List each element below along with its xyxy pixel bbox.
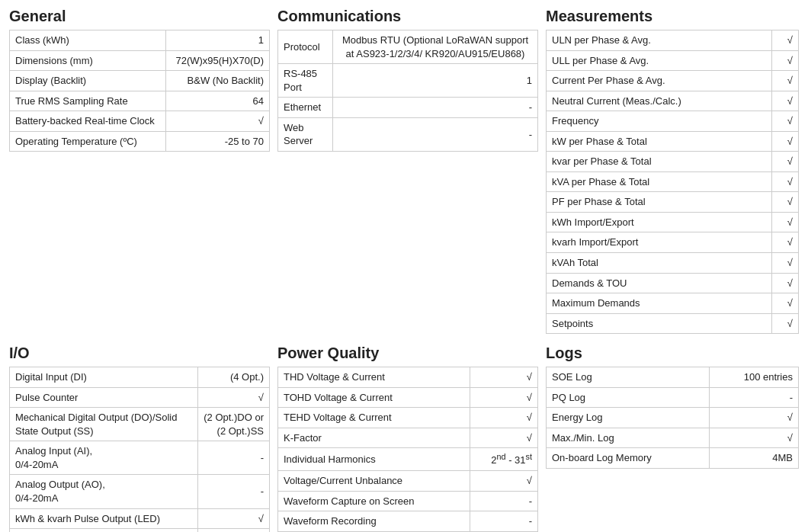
- table-row: TEHD Voltage & Current√: [278, 408, 538, 428]
- table-row: ProtocolModbus RTU (Optional LoRaWAN sup…: [278, 30, 538, 64]
- row-value: √: [771, 131, 798, 152]
- row-label: Analog Output (AO), 0/4-20mA: [10, 475, 198, 508]
- row-value: √: [771, 111, 798, 132]
- io-table: Digital Input (DI)(4 Opt.)Pulse Counter√…: [9, 367, 270, 532]
- row-value: -: [470, 511, 537, 532]
- row-value: √: [771, 212, 798, 232]
- table-row: kW per Phase & Total√: [547, 131, 799, 152]
- row-value: -: [332, 117, 537, 151]
- row-label: Operating Temperature (ºC): [10, 131, 166, 152]
- row-label: kVAh Total: [547, 253, 772, 274]
- io-title: I/O: [9, 345, 270, 362]
- row-value: 2: [198, 529, 270, 532]
- io-section: I/O Digital Input (DI)(4 Opt.)Pulse Coun…: [9, 345, 270, 532]
- row-label: Frequency: [547, 111, 772, 132]
- row-label: PF per Phase & Total: [547, 192, 772, 213]
- communications-title: Communications: [277, 8, 538, 25]
- communications-section: Communications ProtocolModbus RTU (Optio…: [277, 8, 538, 334]
- row-label: True RMS Sampling Rate: [10, 91, 166, 111]
- table-row: Current Per Phase & Avg.√: [547, 71, 799, 91]
- row-label: kvar per Phase & Total: [547, 152, 772, 172]
- table-row: RS-485 Port1: [278, 64, 538, 98]
- row-label: kWh & kvarh Pulse Output: [10, 529, 198, 532]
- table-row: Dimensions (mm)72(W)x95(H)X70(D): [10, 50, 270, 71]
- row-value: √: [771, 293, 798, 314]
- logs-title: Logs: [546, 345, 799, 362]
- row-label: Ethernet: [278, 98, 333, 118]
- row-label: Neutral Current (Meas./Calc.): [547, 91, 772, 111]
- table-row: Operating Temperature (ºC)-25 to 70: [10, 131, 270, 152]
- table-row: kWh Import/Export√: [547, 212, 799, 232]
- power-quality-table: THD Voltage & Current√TOHD Voltage & Cur…: [277, 367, 538, 532]
- row-label: Mechanical Digital Output (DO)/Solid Sta…: [10, 408, 198, 441]
- row-value: -: [470, 491, 537, 511]
- table-row: Mechanical Digital Output (DO)/Solid Sta…: [10, 408, 270, 441]
- row-value: -: [332, 98, 537, 118]
- row-value: 1: [166, 30, 270, 51]
- row-value: √: [470, 428, 537, 448]
- table-row: Analog Output (AO), 0/4-20mA-: [10, 475, 270, 508]
- table-row: kVAh Total√: [547, 253, 799, 274]
- row-label: Voltage/Current Unbalance: [278, 471, 470, 492]
- row-value: (4 Opt.): [198, 367, 270, 388]
- table-row: Waveform Recording-: [278, 511, 538, 532]
- row-value: √: [771, 91, 798, 111]
- row-value: -: [198, 441, 270, 475]
- table-row: TOHD Voltage & Current√: [278, 387, 538, 408]
- row-value: 100 entries: [710, 367, 799, 388]
- row-label: Analog Input (AI), 0/4-20mA: [10, 441, 198, 475]
- protocol-value: Modbus RTU (Optional LoRaWAN support at …: [332, 30, 537, 64]
- measurements-title: Measurements: [546, 8, 799, 25]
- row-value: 1: [332, 64, 537, 98]
- row-value: √: [166, 111, 270, 132]
- table-row: Maximum Demands√: [547, 293, 799, 314]
- row-value: √: [771, 171, 798, 192]
- table-row: kVA per Phase & Total√: [547, 171, 799, 192]
- table-row: kvarh Import/Export√: [547, 232, 799, 253]
- table-row: Digital Input (DI)(4 Opt.): [10, 367, 270, 388]
- table-row: THD Voltage & Current√: [278, 367, 538, 388]
- row-value: √: [771, 30, 798, 51]
- row-value: √: [771, 192, 798, 213]
- row-label: Energy Log: [547, 408, 710, 428]
- table-row: Analog Input (AI), 0/4-20mA-: [10, 441, 270, 475]
- measurements-section: Measurements ULN per Phase & Avg.√ULL pe…: [546, 8, 799, 334]
- row-label: Maximum Demands: [547, 293, 772, 314]
- table-row: Setpoints√: [547, 313, 799, 334]
- row-label: On-board Log Memory: [547, 448, 710, 469]
- row-value: √: [771, 152, 798, 172]
- row-value: √: [470, 367, 537, 388]
- row-value: B&W (No Backlit): [166, 71, 270, 91]
- row-label: Waveform Recording: [278, 511, 470, 532]
- table-row: Individual Harmonics2nd - 31st: [278, 448, 538, 471]
- table-row: Web Server-: [278, 117, 538, 151]
- table-row: Battery-backed Real-time Clock√: [10, 111, 270, 132]
- row-value: 72(W)x95(H)X70(D): [166, 50, 270, 71]
- row-value: √: [771, 71, 798, 91]
- row-value: -25 to 70: [166, 131, 270, 152]
- row-value: √: [710, 428, 799, 448]
- general-table: Class (kWh)1Dimensions (mm)72(W)x95(H)X7…: [9, 30, 270, 152]
- table-row: Voltage/Current Unbalance√: [278, 471, 538, 492]
- row-value: √: [771, 273, 798, 293]
- table-row: Ethernet-: [278, 98, 538, 118]
- table-row: Class (kWh)1: [10, 30, 270, 51]
- general-title: General: [9, 8, 270, 25]
- table-row: kvar per Phase & Total√: [547, 152, 799, 172]
- row-label: kWh Import/Export: [547, 212, 772, 232]
- table-row: Pulse Counter√: [10, 387, 270, 408]
- logs-table: SOE Log100 entriesPQ Log-Energy Log√Max.…: [546, 367, 799, 469]
- row-label: Pulse Counter: [10, 387, 198, 408]
- table-row: Frequency√: [547, 111, 799, 132]
- row-label: RS-485 Port: [278, 64, 333, 98]
- row-value: √: [771, 232, 798, 253]
- row-value: (2 Opt.)DO or (2 Opt.)SS: [198, 408, 270, 441]
- row-value: 4MB: [710, 448, 799, 469]
- table-row: PF per Phase & Total√: [547, 192, 799, 213]
- row-label: kW per Phase & Total: [547, 131, 772, 152]
- row-label: Setpoints: [547, 313, 772, 334]
- row-value: √: [771, 253, 798, 274]
- row-label: Battery-backed Real-time Clock: [10, 111, 166, 132]
- row-value: 2nd - 31st: [470, 448, 537, 471]
- row-label: Dimensions (mm): [10, 50, 166, 71]
